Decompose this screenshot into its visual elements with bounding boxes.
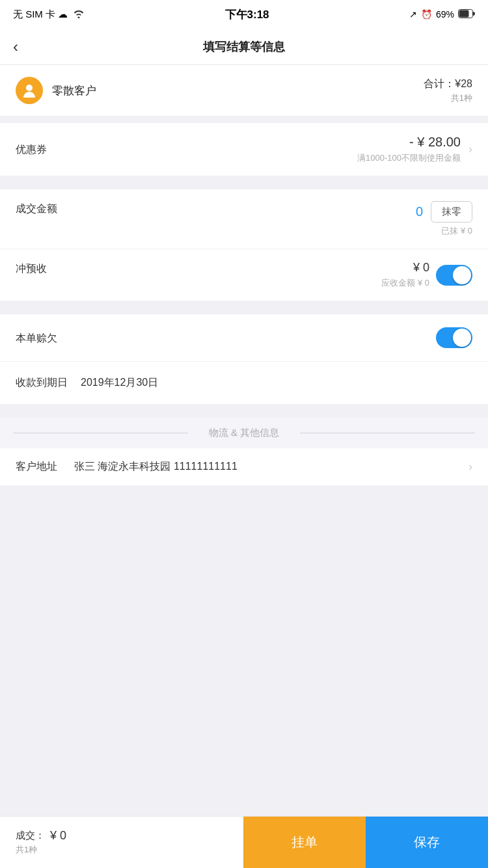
separator-1 [0,183,488,189]
bottom-deal: 成交： ¥ 0 [16,829,228,843]
debt-toggle-knob [453,329,471,347]
prepayment-right: ¥ 0 应收金额 ¥ 0 [381,261,472,289]
coupon-row[interactable]: 优惠券 - ¥ 28.00 满1000-100不限制使用金额 › [0,123,488,176]
coupon-desc: 满1000-100不限制使用金额 [357,152,461,164]
coupon-label: 优惠券 [16,142,68,157]
deal-sub-text: 已抹 ¥ 0 [441,225,472,237]
customer-name: 零散客户 [52,83,96,98]
svg-rect-1 [459,10,468,17]
prepayment-sub: 应收金额 ¥ 0 [381,277,429,289]
divider-line-right [300,433,475,433]
debt-label: 本单赊欠 [16,331,68,346]
due-date-label: 收款到期日 [16,376,68,390]
coupon-arrow: › [468,142,472,156]
coupon-value-block: - ¥ 28.00 满1000-100不限制使用金额 [357,135,461,164]
status-left: 无 SIM 卡 ☁ [13,8,85,21]
due-date-value: 2019年12月30日 [81,376,158,390]
bottom-info: 成交： ¥ 0 共1种 [0,829,243,856]
customer-section: 零散客户 合计：¥28 共1种 [0,65,488,116]
back-button[interactable]: ‹ [13,38,18,56]
customer-left: 零散客户 [16,77,96,104]
logistics-label: 物流 & 其他信息 [209,427,279,439]
location-icon: ↗ [409,9,417,20]
debt-toggle[interactable] [436,327,472,348]
save-button[interactable]: 保存 [366,817,488,869]
svg-point-2 [26,85,33,91]
debt-section: 本单赊欠 收款到期日 2019年12月30日 [0,314,488,405]
pending-button[interactable]: 挂单 [243,817,366,869]
address-label: 客户地址 [16,460,68,474]
deal-value-row: 0 抹零 [403,201,472,223]
content: 零散客户 合计：¥28 共1种 优惠券 - ¥ 28.00 满1000-100不… [0,65,488,544]
deal-row: 成交金额 0 抹零 已抹 ¥ 0 [0,189,488,249]
deal-amount-input[interactable]: 0 [403,204,423,219]
prepayment-toggle[interactable] [436,265,472,286]
alarm-icon: ⏰ [421,9,432,20]
sim-status: 无 SIM 卡 ☁ [13,8,68,21]
bottom-deal-amount: ¥ 0 [50,829,66,843]
round-button[interactable]: 抹零 [431,201,472,223]
prepayment-row: 冲预收 ¥ 0 应收金额 ¥ 0 [0,249,488,301]
debt-row: 本单赊欠 [0,314,488,362]
bottom-count: 共1种 [16,844,228,856]
divider-line-left [13,433,188,433]
status-right: ↗ ⏰ 69% [409,9,475,20]
status-time: 下午3:18 [225,7,269,22]
status-bar: 无 SIM 卡 ☁ 下午3:18 ↗ ⏰ 69% [0,0,488,29]
customer-right: 合计：¥28 共1种 [424,77,472,104]
customer-row: 零散客户 合计：¥28 共1种 [0,65,488,116]
bottom-bar: 成交： ¥ 0 共1种 挂单 保存 [0,816,488,868]
battery-level: 69% [436,9,454,20]
wifi-icon [73,9,85,20]
page-title: 填写结算等信息 [203,39,285,55]
logistics-divider: 物流 & 其他信息 [0,418,488,448]
deal-value-block: 0 抹零 已抹 ¥ 0 [403,201,472,237]
pending-button-label: 挂单 [291,834,318,851]
address-arrow: › [468,460,472,474]
address-row[interactable]: 客户地址 张三 海淀永丰科技园 11111111111 › [0,448,488,485]
deal-label: 成交金额 [16,201,68,216]
separator-2 [0,308,488,314]
deal-section: 成交金额 0 抹零 已抹 ¥ 0 冲预收 ¥ 0 应收金额 ¥ 0 [0,189,488,301]
battery-icon [458,9,475,20]
save-button-label: 保存 [414,834,440,851]
prepayment-label: 冲预收 [16,261,68,276]
due-date-row: 收款到期日 2019年12月30日 [0,362,488,405]
customer-total: 合计：¥28 [424,77,472,91]
bottom-deal-label: 成交： [16,830,45,842]
customer-avatar [16,77,43,104]
toggle-knob [453,266,471,284]
nav-bar: ‹ 填写结算等信息 [0,29,488,65]
prepayment-amount: ¥ 0 [413,261,429,275]
coupon-section: 优惠券 - ¥ 28.00 满1000-100不限制使用金额 › [0,123,488,176]
customer-count: 共1种 [424,92,472,104]
coupon-amount: - ¥ 28.00 [409,135,461,150]
separator-3 [0,411,488,418]
address-section: 客户地址 张三 海淀永丰科技园 11111111111 › [0,448,488,485]
prepayment-value-wrap: ¥ 0 应收金额 ¥ 0 [381,261,429,289]
address-value: 张三 海淀永丰科技园 11111111111 [68,460,468,474]
